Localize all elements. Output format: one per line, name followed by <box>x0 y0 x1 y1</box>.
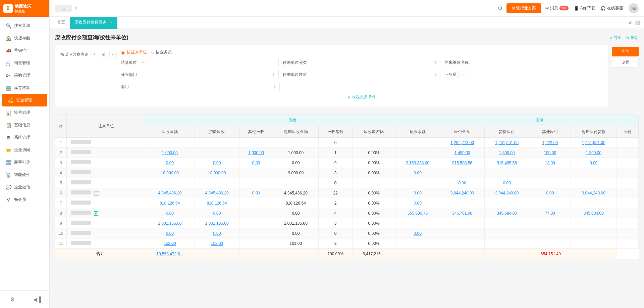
sidebar-item-quicknav[interactable]: 🏠 快捷导航 <box>0 32 49 44</box>
collapse-more-btn[interactable]: ∧ 收起更多条件 <box>121 94 602 100</box>
filter-add-btn[interactable]: + <box>91 51 98 58</box>
th-settings[interactable]: ⚙ <box>55 115 67 138</box>
filter-option-salesman[interactable]: ○ 按业务员 <box>151 49 172 55</box>
th-pay-overdue[interactable]: 超期应付货款 <box>571 126 616 138</box>
sidebar-item-corp[interactable]: 🤝 企业协同 <box>0 144 49 156</box>
rec-loan[interactable]: 152.00 <box>195 238 239 249</box>
pay-other[interactable]: 0.00 <box>529 188 571 198</box>
pay-other[interactable]: 100.00 <box>529 148 571 158</box>
topbar-settings-icon[interactable]: ⚙ <box>498 5 502 11</box>
rec-amount[interactable]: 18,000.00 <box>145 168 195 178</box>
online-service-btn[interactable]: 🎧 在线客服 <box>601 5 623 11</box>
pay-other[interactable]: 13.00 <box>529 158 571 168</box>
rec-amount[interactable]: 810,126.64 <box>145 198 195 208</box>
rec-loan[interactable]: 810,126.64 <box>195 198 239 208</box>
pay-amount[interactable]: 0.00 <box>440 178 485 188</box>
pay-other[interactable]: 77.00 <box>529 208 571 218</box>
pre-balance[interactable]: 0.00 <box>395 168 440 178</box>
sidebar-item-inventory[interactable]: 🏢 库存核算 <box>0 82 49 94</box>
window-close-btn[interactable]: ✕ <box>628 20 632 26</box>
th-pre-balance[interactable]: 预收余额 <box>395 126 440 138</box>
pay-loan[interactable]: 1,390.00 <box>485 148 529 158</box>
pay-amount[interactable]: 915,508.56 <box>440 158 485 168</box>
sidebar-item-basic[interactable]: 📋 基础信息 <box>0 119 49 131</box>
rec-amount[interactable]: 0.00 <box>145 228 195 238</box>
export-btn[interactable]: ↗ 导出 <box>609 35 622 41</box>
pay-overdue[interactable]: 1,251,551.00 <box>571 138 616 148</box>
refresh-btn[interactable]: ↻ 刷新 <box>626 35 639 41</box>
filter-collapse-btn[interactable]: « <box>109 51 117 58</box>
tab-close-icon[interactable]: ✕ <box>110 20 113 24</box>
settlement-unit-input[interactable]: ··· <box>139 58 279 67</box>
pay-overdue[interactable]: 0.00 <box>571 158 616 168</box>
rec-other[interactable]: 0.00 <box>239 188 273 198</box>
rec-amount[interactable]: 152.00 <box>145 238 195 249</box>
rec-amount[interactable]: 1,000.00 <box>145 148 195 158</box>
pay-amount[interactable]: 345,761.00 <box>440 208 485 218</box>
query-btn[interactable]: 查询 <box>612 47 639 56</box>
salesman-input[interactable]: ··· <box>459 70 602 79</box>
messages-btn[interactable]: ✉ 消息 99+ <box>545 5 569 11</box>
sidebar-item-sales[interactable]: 🛒 销售管理 <box>0 57 49 69</box>
pre-balance[interactable]: 0.00 <box>395 188 440 198</box>
app-download-btn[interactable]: 📱 App下载 <box>574 5 595 11</box>
pre-balance[interactable]: 0.00 <box>395 198 440 208</box>
sidebar-item-hardware[interactable]: 📡 智能硬件 <box>0 169 49 181</box>
rec-other[interactable]: 1,000.00 <box>239 148 273 158</box>
th-pay-loan[interactable]: 贷款应付 <box>485 126 529 138</box>
sidebar-item-member[interactable]: Ⅴ 畅会员 <box>0 193 49 206</box>
th-rec-pct[interactable]: 应收款占比 <box>353 126 395 138</box>
filter-settings-btn[interactable]: 设置 <box>612 58 639 68</box>
rec-amount[interactable]: 0.00 <box>145 158 195 168</box>
rec-loan[interactable]: 18,000.00 <box>195 168 239 178</box>
partner-nature-input[interactable]: ▼ <box>309 70 441 79</box>
pay-overdue[interactable]: 3,044,240.00 <box>571 188 616 198</box>
filter-option-partner[interactable]: ◉ 按往来单位 <box>121 49 147 55</box>
pre-balance[interactable]: 2,153,333.00 <box>395 158 440 168</box>
col-settings-icon[interactable]: ⚙ <box>59 124 63 129</box>
partner-category-input[interactable]: ▼ <box>309 58 441 67</box>
rec-loan[interactable]: 4,345,436.20 <box>195 188 239 198</box>
sidebar-item-marketing[interactable]: 📣 营销推广 <box>0 44 49 57</box>
pay-overdue[interactable]: 1,390.00 <box>571 148 616 158</box>
partner-name-input[interactable] <box>471 58 602 67</box>
th-pay-amount[interactable]: 应付金额 <box>440 126 485 138</box>
pay-loan[interactable]: 915,495.56 <box>485 158 529 168</box>
pay-loan[interactable]: 345,684.00 <box>485 208 529 218</box>
sidebar-item-finance[interactable]: 💰 资金管理 <box>2 94 47 106</box>
rec-loan[interactable]: 0.00 <box>195 228 239 238</box>
sidebar-collapse-btn[interactable]: ◀▐ <box>31 293 43 305</box>
th-rec-loan[interactable]: 贷款应收 <box>195 126 239 138</box>
sidebar-item-search[interactable]: 🔍 搜索菜单 <box>0 19 49 32</box>
th-pay-other[interactable]: 其他应付 <box>529 126 571 138</box>
sidebar-item-purchase[interactable]: 🛍 采购管理 <box>0 69 49 82</box>
pay-amount[interactable]: 1,490.00 <box>440 148 485 158</box>
pre-balance[interactable]: 0.00 <box>395 228 440 238</box>
user-avatar-area[interactable]: Rit <box>629 3 639 13</box>
rec-amount[interactable]: 1,001,135.00 <box>145 218 195 228</box>
dept-input[interactable]: ▼ <box>139 70 279 79</box>
th-pay-extra[interactable]: 应付 <box>616 126 639 138</box>
th-rec-amount[interactable]: 应收金额 <box>145 126 195 138</box>
pay-loan[interactable]: 0.00 <box>485 178 529 188</box>
pay-loan[interactable]: 1,251,551.00 <box>485 138 529 148</box>
pre-balance[interactable]: 655,636.75 <box>395 208 440 218</box>
rec-amount[interactable]: 4,345,436.20 <box>145 188 195 198</box>
sidebar-item-system[interactable]: ⚙ 系统管理 <box>0 131 49 144</box>
pay-amount[interactable]: 1,252,773.00 <box>440 138 485 148</box>
filter-config-btn[interactable]: ⊙ <box>100 51 107 58</box>
department-input[interactable]: ▼ <box>131 82 280 91</box>
sidebar-item-wechat[interactable]: 💬 企业微信 <box>0 181 49 193</box>
th-rec-overdue[interactable]: 超期应收金额 <box>273 126 319 138</box>
rec-loan[interactable]: 0.00 <box>195 158 239 168</box>
pay-overdue[interactable]: 345,684.00 <box>571 208 616 218</box>
rec-amount[interactable]: 0.00 <box>145 208 195 218</box>
sidebar-item-operation[interactable]: 📊 经营管理 <box>0 106 49 119</box>
tab-home[interactable]: 首页 <box>52 17 70 29</box>
industry-solution-btn[interactable]: 体验行业方案 <box>506 3 541 13</box>
th-rec-count[interactable]: 应收笔数 <box>319 126 353 138</box>
th-rec-other[interactable]: 其他应收 <box>239 126 273 138</box>
rec-loan[interactable]: 0.00 <box>195 208 239 218</box>
pay-other[interactable]: 1,222.00 <box>529 138 571 148</box>
sidebar-item-guide[interactable]: 🆕 新手引导 <box>0 156 49 169</box>
